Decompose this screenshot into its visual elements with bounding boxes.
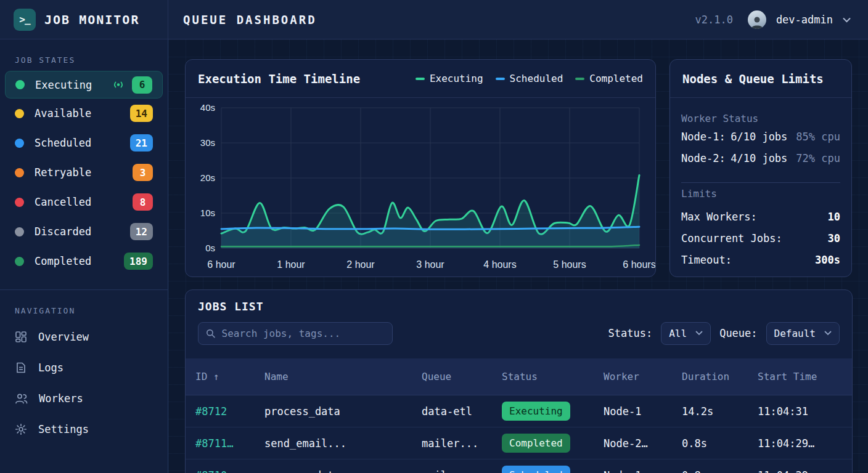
retryable-dot-icon — [15, 168, 24, 177]
column-header-duration[interactable]: Duration — [682, 371, 758, 382]
scheduled-dot-icon — [15, 139, 24, 148]
completed-dot-icon — [15, 257, 24, 266]
chevron-down-icon — [695, 331, 703, 336]
top-header: >_ JOB MONITOR QUEUE DASHBOARD v2.1.0 de… — [0, 0, 868, 39]
sidebar-item-workers[interactable]: Workers — [0, 383, 168, 414]
job-start-time: 11:04:29… — [758, 437, 852, 450]
job-state-label: Executing — [35, 79, 92, 91]
column-header-queue[interactable]: Queue — [422, 371, 502, 382]
worker-status-label: Worker Status — [681, 113, 840, 124]
table-row[interactable]: #8711… send_email... mailer... Completed… — [186, 427, 852, 459]
job-states-section-label: JOB STATES — [0, 39, 168, 71]
sidebar-item-settings[interactable]: Settings — [0, 414, 168, 445]
nav-label: Logs — [38, 362, 63, 374]
job-id-link[interactable]: #8711… — [195, 437, 264, 450]
jobs-list-title: JOBS LIST — [198, 300, 840, 313]
job-name: process_data — [264, 469, 422, 473]
job-state-label: Cancelled — [35, 196, 91, 208]
sidebar: JOB STATES Executing 6 Available 14 Sche… — [0, 39, 168, 473]
job-worker: Node-1 — [604, 469, 682, 473]
workers-people-icon — [15, 392, 28, 405]
job-start-time: 11:04:31 — [758, 405, 852, 418]
terminal-icon: >_ — [14, 9, 36, 31]
queue-filter-select[interactable]: Default — [766, 322, 840, 345]
column-header-start-time[interactable]: Start Time — [758, 371, 852, 382]
app-logo: >_ JOB MONITOR — [0, 0, 168, 39]
limit-row-timeout: Timeout: 300s — [681, 249, 840, 270]
status-filter-select[interactable]: All — [661, 322, 711, 345]
sidebar-item-retryable[interactable]: Retryable 3 — [0, 158, 168, 187]
sidebar-item-available[interactable]: Available 14 — [0, 99, 168, 128]
job-id-link[interactable]: #8710 — [195, 469, 264, 473]
job-duration: 0.8s — [682, 469, 758, 473]
sidebar-item-overview[interactable]: Overview — [0, 321, 168, 352]
available-dot-icon — [15, 109, 24, 118]
table-row[interactable]: #8710 process_data mailer Scheduled Node… — [186, 459, 852, 473]
x-axis-tick-label: 6 hour — [207, 259, 235, 270]
person-silhouette-icon — [750, 14, 764, 29]
job-count-badge: 8 — [133, 193, 153, 211]
y-axis-tick-label: 10s — [200, 208, 215, 218]
nodes-divider — [681, 182, 840, 183]
search-box — [198, 322, 393, 345]
sidebar-item-executing[interactable]: Executing 6 — [5, 71, 163, 99]
job-duration: 0.8s — [682, 437, 758, 450]
job-id-link[interactable]: #8712 — [195, 405, 264, 418]
status-badge: Executing — [502, 402, 570, 421]
chevron-down-icon[interactable] — [843, 14, 851, 25]
execution-timeline-chart: 6 hour1 hour2 hour3 hour4 hours5 hours6 … — [186, 98, 655, 277]
search-input[interactable] — [222, 328, 385, 339]
nodes-card-title: Nodes & Queue Limits — [682, 72, 824, 86]
sidebar-item-cancelled[interactable]: Cancelled 8 — [0, 187, 168, 217]
chevron-down-icon — [824, 331, 832, 336]
job-state-label: Retryable — [35, 166, 91, 179]
version-label: v2.1.0 — [695, 14, 732, 26]
y-axis-tick-label: 20s — [200, 172, 215, 183]
scheduled-dash-icon — [496, 78, 505, 80]
job-queue: data-etl — [422, 405, 502, 418]
column-header-worker[interactable]: Worker — [604, 371, 682, 382]
x-axis-tick-label: 1 hour — [277, 259, 305, 270]
worker-row-node-2: Node-2: 4/10 jobs 72% cpu — [681, 152, 840, 174]
table-row[interactable]: #8712 process_data data-etl Executing No… — [186, 395, 852, 427]
job-start-time: 11:04:29 — [758, 469, 852, 473]
job-count-badge: 12 — [130, 223, 153, 240]
logs-file-icon — [15, 362, 27, 374]
navigation-section-label: NAVIGATION — [0, 290, 168, 321]
column-header-name[interactable]: Name — [264, 371, 422, 382]
status-badge: Completed — [502, 434, 570, 453]
job-worker: Node-2… — [604, 437, 682, 450]
live-broadcast-icon — [111, 79, 126, 90]
legend-item-executing: Executing — [416, 73, 483, 84]
status-filter-label: Status: — [608, 327, 653, 339]
sidebar-item-completed[interactable]: Completed 189 — [0, 246, 168, 276]
executing-dot-icon — [15, 80, 25, 89]
column-header-status[interactable]: Status — [502, 371, 604, 382]
sidebar-item-discarded[interactable]: Discarded 12 — [0, 217, 168, 246]
avatar[interactable] — [748, 10, 766, 29]
sidebar-item-scheduled[interactable]: Scheduled 21 — [0, 128, 168, 158]
job-count-badge: 14 — [130, 105, 153, 122]
y-axis-tick-label: 30s — [200, 137, 215, 148]
completed-dash-icon — [575, 78, 584, 80]
limits-label: Limits — [681, 188, 840, 200]
job-count-badge: 189 — [124, 253, 153, 270]
jobs-table-header: ID ↑ Name Queue Status Worker Duration S… — [186, 358, 852, 395]
job-name: process_data — [264, 405, 422, 418]
user-menu[interactable]: dev-admin — [776, 14, 833, 26]
nav-label: Workers — [39, 392, 83, 405]
legend-item-completed: Completed — [575, 73, 643, 84]
job-name: send_email... — [264, 437, 422, 450]
search-icon — [206, 328, 216, 339]
timeline-card: Execution Time Timeline Executing Schedu… — [185, 59, 656, 277]
job-state-label: Discarded — [35, 225, 91, 238]
job-state-label: Available — [35, 107, 91, 119]
limit-row-max-workers: Max Workers: 10 — [681, 206, 840, 227]
x-axis-tick-label: 3 hour — [416, 259, 444, 270]
sidebar-item-logs[interactable]: Logs — [0, 352, 168, 383]
column-header-id[interactable]: ID ↑ — [195, 371, 264, 382]
legend-item-scheduled: Scheduled — [496, 73, 563, 84]
y-axis-tick-label: 0s — [205, 243, 215, 253]
job-count-badge: 21 — [130, 134, 153, 152]
job-count-badge: 3 — [133, 164, 153, 181]
